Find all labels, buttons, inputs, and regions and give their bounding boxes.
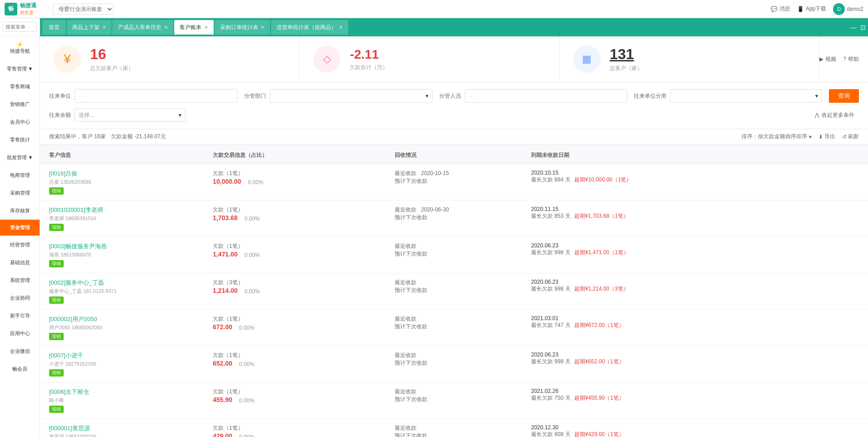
customer-phone-6: 小进千 18279152100 <box>49 361 213 367</box>
customer-cell-6: [0007]小进千 小进千 18279152100 现销 <box>49 352 213 377</box>
main-content: ¥ 16 总欠款客户（家） ◇ -2.11 欠款合计（万） <box>40 36 868 437</box>
sidebar-search-input[interactable] <box>2 22 37 32</box>
sidebar-item-enterprise-wechat[interactable]: 企业微信 <box>0 342 40 360</box>
tab-product-history[interactable]: 产成品入库单历史 × <box>112 20 173 35</box>
tab-close-purchase-stats[interactable]: × <box>339 24 343 31</box>
payment-cell-1: 最近收款 2020-10-15 预计下次收款 <box>395 170 531 195</box>
debt-cell-7: 欠款（1笔） 455.90 0.00% <box>213 388 395 413</box>
search-button[interactable]: 查询 <box>829 89 859 103</box>
tab-customer-account[interactable]: 客户账本 × <box>174 20 213 35</box>
tab-purchase-stats[interactable]: 进货单统计表（按商品） × <box>271 20 348 35</box>
balance-select[interactable]: 选择... ▾ <box>75 108 186 122</box>
message-icon: 💬 <box>771 6 778 12</box>
customer-link-2[interactable]: [0001020001]李老师 <box>49 206 103 213</box>
sort-selector[interactable]: 排序：按欠款金额倒序排序 ▾ <box>742 133 812 141</box>
sidebar-item-purchase[interactable]: 采购管理 <box>0 184 40 202</box>
tab-home[interactable]: 首页 <box>42 20 66 35</box>
sidebar-search-area <box>0 18 40 36</box>
overdue-link-8[interactable]: 超期¥429.00（1笔） <box>574 431 624 437</box>
customer-link-6[interactable]: [0007]小进千 <box>49 352 83 359</box>
from-unit-input[interactable]: ··· <box>75 89 237 103</box>
debt-cell-5: 欠款（1笔） 672.00 0.00% <box>213 315 395 340</box>
tab-close-customer-account[interactable]: × <box>204 24 208 31</box>
sidebar-item-vip[interactable]: 畅会员 <box>0 360 40 378</box>
customer-cell-3: [0003]畅捷服务尹海燕 海燕 18513066976 现销 <box>49 242 213 267</box>
stat-icon-debt: ¥ <box>54 45 81 73</box>
status-badge-5: 现销 <box>49 333 64 340</box>
tab-purchase-order[interactable]: 采购订单统计表 × <box>215 20 270 35</box>
sidebar-item-marketing[interactable]: 营销推广 <box>0 95 40 113</box>
table-row: [0001020001]李老师 李老师 18600391516 现销 欠款（1笔… <box>40 201 868 237</box>
sidebar-item-appcenter[interactable]: 应用中心 <box>0 325 40 342</box>
overdue-link-4[interactable]: 超期¥1,214.00（3笔） <box>574 285 629 293</box>
tab-close-product-history[interactable]: × <box>164 24 168 31</box>
payment-cell-5: 最近收款 预计下次收款 <box>395 315 531 340</box>
balance-label: 往来余额 <box>49 111 71 119</box>
top-bar: 畅 畅捷通 好生意 母婴行业演示账套 💬 消息 📱 App下载 D demo2 <box>0 0 868 18</box>
sidebar-item-member[interactable]: 会员中心 <box>0 113 40 131</box>
export-icon: ⬇ <box>818 134 823 140</box>
overdue-link-5[interactable]: 超期¥672.00（1笔） <box>574 321 624 329</box>
customer-link-8[interactable]: [000001]黄思源 <box>49 425 90 432</box>
stat-value-debt-customers: 16 <box>90 46 134 63</box>
refresh-icon: ↺ <box>842 134 847 140</box>
help-btn[interactable]: ? 帮助 <box>843 55 859 63</box>
customer-link-4[interactable]: [0002]服务中心_丁磊 <box>49 279 104 286</box>
overdue-link-7[interactable]: 超期¥455.90（1笔） <box>574 394 624 402</box>
sidebar: ⚡ 快捷导航 零售管理 ▼ 零售商城 营销推广 会员中心 零售统计 批发管理 ▼ <box>0 18 40 437</box>
sidebar-item-retail-store[interactable]: 零售商城 <box>0 78 40 95</box>
table-row: [000002]用户2050 用户2050 18665062050 现销 欠款（… <box>40 310 868 346</box>
manager-input[interactable]: ··· <box>465 89 627 103</box>
sidebar-item-newguide[interactable]: 新手引导 <box>0 307 40 325</box>
filter-row-2: 往来余额 选择... ▾ ⋀ 收起更多条件 <box>49 108 859 122</box>
minimize-icon[interactable]: — <box>850 24 857 31</box>
overdue-link-3[interactable]: 超期¥1,471.00（1笔） <box>574 249 629 256</box>
tab-close-purchase-order[interactable]: × <box>261 24 265 31</box>
overdue-link-2[interactable]: 超期¥1,703.68（1笔） <box>574 212 629 220</box>
customer-phone-3: 海燕 18513066976 <box>49 251 213 258</box>
overdue-link-6[interactable]: 超期¥652.00（1笔） <box>574 358 624 366</box>
view-btn[interactable]: ▶ 视频 <box>819 55 836 63</box>
refresh-btn[interactable]: ↺ 刷新 <box>842 133 859 141</box>
message-btn[interactable]: 💬 消息 <box>771 5 790 13</box>
user-profile[interactable]: D demo2 <box>833 3 863 15</box>
stat-card-debt-total: ◇ -2.11 欠款合计（万） <box>300 36 559 82</box>
sidebar-item-retail-mgmt[interactable]: 零售管理 ▼ <box>0 60 40 78</box>
payment-cell-3: 最近收款 预计下次收款 <box>395 242 531 267</box>
app-download-btn[interactable]: 📱 App下载 <box>797 5 826 13</box>
overdue-link-1[interactable]: 超期¥10,000.00（1笔） <box>574 176 632 184</box>
sidebar-item-enterprise[interactable]: 企业协同 <box>0 289 40 307</box>
customer-link-7[interactable]: [0006]去下粮仓 <box>49 388 89 395</box>
due-cell-8: 2020.12.30 最长欠款 808 天 超期¥429.00（1笔） <box>531 424 859 437</box>
app-name: 畅捷通 <box>20 2 36 10</box>
tab-close-product-listing[interactable]: × <box>102 24 106 31</box>
sidebar-item-quick-nav[interactable]: ⚡ 快捷导航 <box>0 36 40 60</box>
customer-link-3[interactable]: [0003]畅捷服务尹海燕 <box>49 243 107 250</box>
tab-bar: 首页 商品上下架 × 产成品入库单历史 × 客户账本 × 采购订单统计表 × <box>40 18 868 36</box>
sidebar-item-system[interactable]: 系统管理 <box>0 271 40 289</box>
stat-card-debt-customers: ¥ 16 总欠款客户（家） <box>40 36 300 82</box>
sidebar-item-ecommerce[interactable]: 电商管理 <box>0 166 40 184</box>
sidebar-item-business[interactable]: 经营管理 <box>0 236 40 254</box>
dept-select[interactable]: ▾ <box>270 89 432 103</box>
customer-cell-7: [0006]去下粮仓 陈小希 现销 <box>49 388 213 413</box>
payment-cell-6: 最近收款 预计下次收款 <box>395 352 531 377</box>
debt-cell-3: 欠款（1笔） 1,471.00 0.00% <box>213 242 395 267</box>
sidebar-item-batch-mgmt[interactable]: 批发管理 ▼ <box>0 149 40 166</box>
collapse-btn[interactable]: ⋀ 收起更多条件 <box>810 110 859 121</box>
export-btn[interactable]: ⬇ 导出 <box>818 133 835 141</box>
sidebar-item-inventory[interactable]: 库存核算 <box>0 202 40 220</box>
sidebar-item-retail-stats[interactable]: 零售统计 <box>0 131 40 149</box>
filter-from-unit: 往来单位 ··· <box>49 89 237 103</box>
status-badge-2: 现销 <box>49 224 64 231</box>
customer-link-5[interactable]: [000002]用户2050 <box>49 316 97 322</box>
unit-category-select[interactable]: ▾ <box>670 89 822 103</box>
maximize-icon[interactable]: ⊡ <box>860 24 866 31</box>
sidebar-item-finance[interactable]: 资金管理 <box>0 220 40 236</box>
company-selector[interactable]: 母婴行业演示账套 <box>53 4 114 15</box>
filter-area: 往来单位 ··· 分管部门 ▾ <box>40 82 868 129</box>
sidebar-item-basic[interactable]: 基础信息 <box>0 254 40 271</box>
due-cell-6: 2020.06.23 最长欠款 998 天 超期¥652.00（1笔） <box>531 352 859 377</box>
tab-product-listing[interactable]: 商品上下架 × <box>67 20 111 35</box>
customer-link-1[interactable]: [0016]吕俊 <box>49 170 77 177</box>
